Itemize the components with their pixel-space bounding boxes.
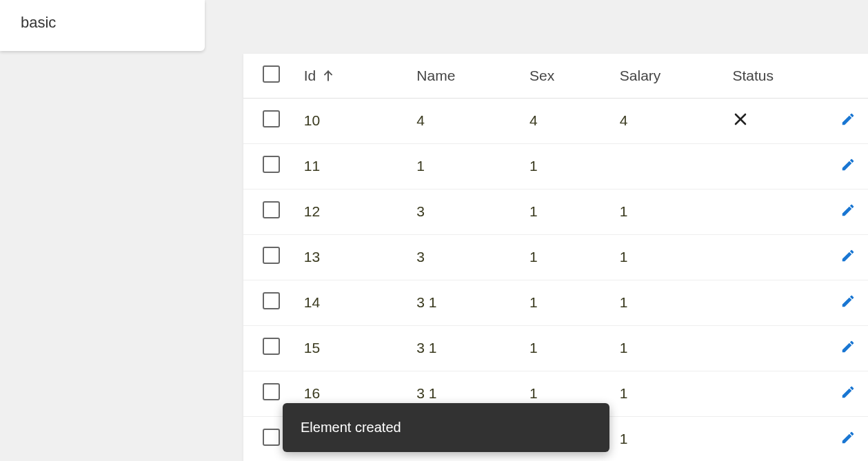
cell-edit (826, 143, 868, 189)
cell-name: 4 (411, 98, 524, 143)
edit-icon[interactable] (840, 339, 856, 354)
row-checkbox[interactable] (263, 201, 280, 218)
close-icon (732, 111, 749, 127)
cell-edit (826, 234, 868, 280)
row-checkbox[interactable] (263, 247, 280, 264)
edit-icon[interactable] (840, 430, 856, 445)
cell-sex: 1 (524, 143, 614, 189)
cell-name: 3 (411, 189, 524, 234)
edit-icon[interactable] (840, 157, 856, 172)
row-checkbox[interactable] (263, 429, 280, 446)
select-all-checkbox[interactable] (263, 65, 280, 83)
header-id[interactable]: Id (299, 54, 412, 98)
cell-salary: 4 (614, 98, 727, 143)
row-checkbox[interactable] (263, 292, 280, 309)
header-edit (826, 54, 868, 98)
cell-salary: 1 (614, 280, 727, 325)
table-row: 10 4 4 4 (243, 98, 868, 143)
cell-edit (826, 371, 868, 416)
cell-sex: 4 (524, 98, 614, 143)
table-row: 13 3 1 1 (243, 234, 868, 280)
toast-message: Element created (301, 420, 401, 435)
edit-icon[interactable] (840, 248, 856, 263)
row-checkbox[interactable] (263, 383, 280, 400)
cell-status (727, 371, 825, 416)
cell-id: 14 (299, 280, 412, 325)
cell-edit (826, 98, 868, 143)
toast: Element created (283, 403, 609, 452)
cell-status (727, 325, 825, 371)
sidebar-card: basic (0, 0, 205, 51)
cell-status (727, 280, 825, 325)
cell-name: 1 (411, 143, 524, 189)
edit-icon[interactable] (840, 385, 856, 400)
header-name[interactable]: Name (411, 54, 524, 98)
cell-status (727, 234, 825, 280)
cell-status (727, 143, 825, 189)
cell-salary: 1 (614, 371, 727, 416)
edit-icon[interactable] (840, 203, 856, 218)
row-checkbox[interactable] (263, 110, 280, 127)
table-row: 11 1 1 (243, 143, 868, 189)
row-checkbox[interactable] (263, 156, 280, 173)
cell-status (727, 98, 825, 143)
header-id-label: Id (304, 68, 316, 84)
cell-id: 11 (299, 143, 412, 189)
cell-name: 3 (411, 234, 524, 280)
cell-status (727, 189, 825, 234)
edit-icon[interactable] (840, 294, 856, 309)
header-status[interactable]: Status (727, 54, 825, 98)
cell-sex: 1 (524, 234, 614, 280)
cell-name: 3 1 (411, 280, 524, 325)
cell-status (727, 416, 825, 461)
cell-salary (614, 143, 727, 189)
table-row: 12 3 1 1 (243, 189, 868, 234)
cell-id: 15 (299, 325, 412, 371)
cell-edit (826, 280, 868, 325)
table-row: 15 3 1 1 1 (243, 325, 868, 371)
header-sex[interactable]: Sex (524, 54, 614, 98)
row-checkbox[interactable] (263, 338, 280, 355)
data-table: Id Name Sex Salary Status 10 4 4 4 (243, 54, 868, 461)
table-header-row: Id Name Sex Salary Status (243, 54, 868, 98)
arrow-up-icon (321, 69, 335, 83)
cell-sex: 1 (524, 189, 614, 234)
cell-edit (826, 416, 868, 461)
sidebar-title: basic (21, 14, 56, 31)
cell-salary: 1 (614, 416, 727, 461)
cell-id: 10 (299, 98, 412, 143)
cell-id: 12 (299, 189, 412, 234)
header-checkbox-cell (243, 54, 299, 98)
cell-salary: 1 (614, 325, 727, 371)
cell-id: 13 (299, 234, 412, 280)
header-salary[interactable]: Salary (614, 54, 727, 98)
cell-sex: 1 (524, 325, 614, 371)
cell-salary: 1 (614, 189, 727, 234)
cell-edit (826, 189, 868, 234)
cell-name: 3 1 (411, 325, 524, 371)
cell-sex: 1 (524, 280, 614, 325)
table-card: Id Name Sex Salary Status 10 4 4 4 (243, 54, 868, 461)
edit-icon[interactable] (840, 112, 856, 127)
cell-edit (826, 325, 868, 371)
table-row: 14 3 1 1 1 (243, 280, 868, 325)
cell-salary: 1 (614, 234, 727, 280)
